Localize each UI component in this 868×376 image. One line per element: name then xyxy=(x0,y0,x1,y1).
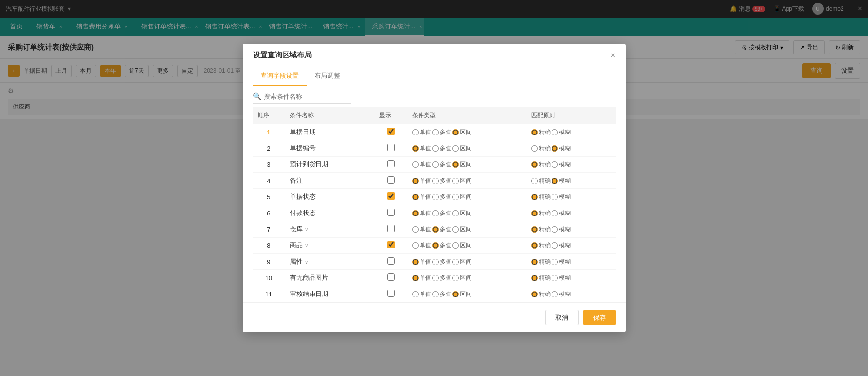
col-order: 顺序 xyxy=(253,107,286,119)
search-input[interactable] xyxy=(264,93,351,100)
dialog-tab-layout-adjust[interactable]: 布局调整 xyxy=(307,66,348,86)
dialog-search-area: 🔍 xyxy=(243,86,626,107)
dialog-title: 设置查询区域布局 xyxy=(253,51,312,60)
search-icon: 🔍 xyxy=(253,92,261,100)
search-box: 🔍 xyxy=(253,92,351,104)
col-type: 条件类型 xyxy=(407,107,526,119)
dialog-header: 设置查询区域布局 × xyxy=(243,44,626,66)
dialog-table-wrap: 顺序 条件名称 显示 条件类型 匹配原则 1单据日期单值多值区间精确模糊2单据编… xyxy=(243,107,626,119)
dialog-tab-query-fields[interactable]: 查询字段设置 xyxy=(253,66,307,86)
dialog-tab-query-fields-label: 查询字段设置 xyxy=(261,72,299,79)
dialog-tabs: 查询字段设置 布局调整 xyxy=(243,66,626,86)
col-name: 条件名称 xyxy=(285,107,374,119)
dialog-close-button[interactable]: × xyxy=(610,51,616,60)
config-table: 顺序 条件名称 显示 条件类型 匹配原则 1单据日期单值多值区间精确模糊2单据编… xyxy=(253,107,616,119)
dialog-tab-layout-adjust-label: 布局调整 xyxy=(315,72,340,79)
col-show: 显示 xyxy=(374,107,407,119)
col-match: 匹配原则 xyxy=(526,107,616,119)
modal-overlay: 设置查询区域布局 × 查询字段设置 布局调整 🔍 顺序 xyxy=(0,0,868,119)
dialog: 设置查询区域布局 × 查询字段设置 布局调整 🔍 顺序 xyxy=(243,44,626,119)
